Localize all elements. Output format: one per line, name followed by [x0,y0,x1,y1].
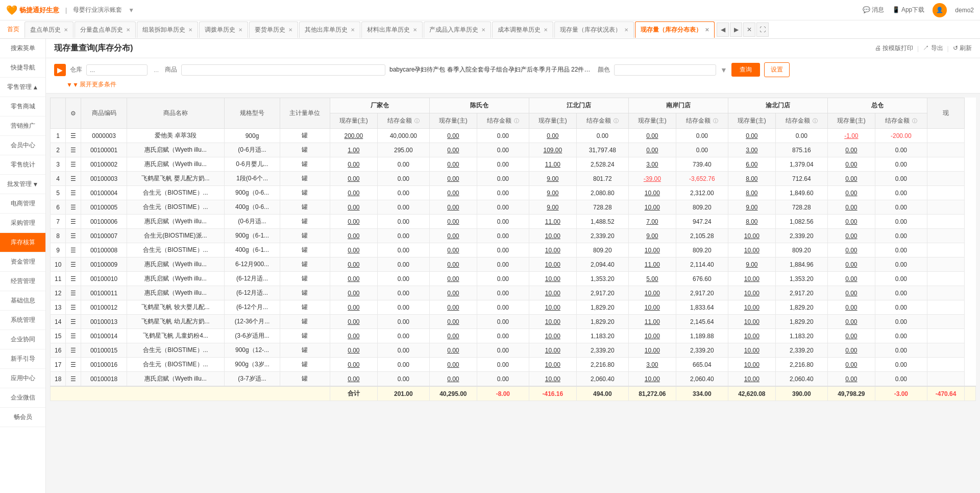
sidebar-item-guide[interactable]: 新手引导 [0,349,45,369]
tab-fullscreen-btn[interactable]: ⛶ [756,22,769,37]
page-actions: 🖨 按模版打印 | ↗ 导出 | ↺ 刷新 [875,44,972,53]
tab-chengpinru[interactable]: 产成品入库单历史 ✕ [424,21,491,38]
th-jiangbei: 江北门店 [529,98,628,113]
top-bar-right: 💬 消息 📱 App下载 👤 demo2 [863,3,974,17]
tab-zuche[interactable]: 组装拆卸单历史 ✕ [137,21,198,38]
tab-close-chengtiaoz[interactable]: ✕ [544,27,548,33]
row-gear[interactable]: ☰ [66,200,81,215]
row-gear[interactable]: ☰ [66,329,81,343]
table-row: 17☰00100016合生元（BIOSTIME）...900g（3岁...罐0.… [51,358,976,372]
th-goods-name: 商品名称 [127,98,224,129]
tab-close-diaopo[interactable]: ✕ [238,27,242,33]
tab-qita[interactable]: 其他出库单历史 ✕ [299,21,360,38]
sidebar-item-retail-stats[interactable]: 零售统计 [0,155,45,175]
tab-close-kucunfenbu[interactable]: ✕ [705,27,709,33]
color-dropdown-btn[interactable]: ▼ [720,66,727,74]
app-btn[interactable]: 📱 App下载 [892,6,924,14]
sidebar-item-collab[interactable]: 企业协同 [0,330,45,349]
sidebar-item-search[interactable]: 搜索英单 [0,39,45,58]
export-btn[interactable]: ↗ 导出 [923,44,943,53]
row-gear[interactable]: ☰ [66,315,81,329]
sidebar-item-purchase[interactable]: 采购管理 [0,214,45,233]
th-factory-current: 现存量(主) [330,113,377,129]
sidebar-item-member[interactable]: 会员中心 [0,136,45,155]
row-gear[interactable]: ☰ [66,229,81,243]
sidebar-item-member2[interactable]: 畅会员 [0,408,45,427]
warehouse-label: 仓库 [70,65,82,74]
tab-chengtiaoz[interactable]: 成本调整单历史 ✕ [492,21,553,38]
tab-close-yaohuo[interactable]: ✕ [288,27,292,33]
tab-close-cailiaochu[interactable]: ✕ [413,27,417,33]
tab-kucunfenbu[interactable]: 现存量（库存分布表） ✕ [635,21,715,38]
row-gear[interactable]: ☰ [66,257,81,272]
sidebar-item-inventory[interactable]: 库存核算 [0,233,45,252]
row-gear[interactable]: ☰ [66,172,81,186]
tab-next-btn[interactable]: ▶ [730,22,742,37]
tab-panding[interactable]: 盘点单历史 ✕ [24,21,74,38]
row-gear[interactable]: ☰ [66,286,81,300]
row-gear[interactable]: ☰ [66,358,81,372]
sidebar-item-wechat[interactable]: 企业微信 [0,388,45,408]
tab-cailiaochu[interactable]: 材料出库单历史 ✕ [361,21,423,38]
search-btn[interactable]: 查询 [731,63,760,77]
content-area: 现存量查询(库存分布) 🖨 按模版打印 | ↗ 导出 | ↺ 刷新 ▶ 仓库 .… [46,39,980,493]
goods-input[interactable] [181,64,385,76]
filter-collapse-btn[interactable]: ▶ [54,64,66,76]
row-gear[interactable]: ☰ [66,343,81,358]
table-row: 14☰00100013飞鹤星飞帆 幼儿配方奶...(12-36个月...罐0.0… [51,315,976,329]
th-total-current: 现存量(主) [827,113,875,129]
row-gear[interactable]: ☰ [66,372,81,387]
sidebar-item-finance[interactable]: 资金管理 [0,252,45,272]
th-spec: 规格型号 [225,98,280,129]
table-row: 11☰00100010惠氏启赋（Wyeth illu...(6-12月适...罐… [51,272,976,286]
sidebar-item-marketing[interactable]: 营销推广 [0,116,45,136]
tab-diaopo[interactable]: 调拨单历史 ✕ [199,21,248,38]
logo-area: 🧡 畅捷通好生意 [6,5,59,16]
row-gear[interactable]: ☰ [66,157,81,172]
tab-prev-btn[interactable]: ◀ [717,22,729,37]
row-gear[interactable]: ☰ [66,215,81,229]
tab-close-all-btn[interactable]: ✕ [743,22,755,37]
expand-conditions-btn[interactable]: ▼▼ 展开更多条件 [66,80,116,89]
sidebar-item-retail-mgmt[interactable]: 零售管理 ▲ [0,78,45,97]
th-extra: 现 [927,98,964,129]
tab-yaohuo[interactable]: 要货单历史 ✕ [249,21,298,38]
print-btn[interactable]: 🖨 按模版打印 [875,44,913,53]
sidebar-item-retail-mall[interactable]: 零售商城 [0,97,45,116]
row-gear[interactable]: ☰ [66,272,81,286]
th-unit: 主计量单位 [280,98,330,129]
tab-kucunzhuangkuang[interactable]: 现存量（库存状况表） ✕ [554,21,634,38]
sidebar-item-ecommerce[interactable]: 电商管理 [0,194,45,214]
th-gear: ⚙ [66,98,81,129]
tab-close-fenpanding[interactable]: ✕ [126,27,130,33]
table-row: 2☰00100001惠氏启赋（Wyeth illu...(0-6月适...罐1.… [51,143,976,157]
row-gear[interactable]: ☰ [66,143,81,157]
row-gear[interactable]: ☰ [66,129,81,143]
sidebar-item-ops[interactable]: 经营管理 [0,272,45,291]
row-gear[interactable]: ☰ [66,186,81,200]
sidebar-item-basic[interactable]: 基础信息 [0,291,45,311]
warehouse-input[interactable] [86,64,148,76]
refresh-btn[interactable]: ↺ 刷新 [953,44,972,53]
page-title: 现存量查询(库存分布) [54,43,133,54]
table-container[interactable]: ⚙ 商品编码 商品名称 规格型号 主计量单位 厂家仓 陈氏仓 江北门店 南岸门店… [46,93,980,493]
msg-btn[interactable]: 💬 消息 [863,6,884,14]
sidebar-item-system[interactable]: 系统管理 [0,311,45,330]
tab-close-chengpinru[interactable]: ✕ [481,27,485,33]
tab-close-kucunzhuangkuang[interactable]: ✕ [624,27,628,33]
th-chenshi: 陈氏仓 [429,98,529,113]
setting-btn[interactable]: 设置 [764,62,790,77]
top-bar-left: 🧡 畅捷通好生意 | 母婴行业演示账套 ▼ [6,5,134,16]
tab-fenpanding[interactable]: 分量盘点单历史 ✕ [75,21,136,38]
tab-close-qita[interactable]: ✕ [351,27,355,33]
sidebar-item-nav[interactable]: 快捷导航 [0,58,45,78]
tab-close-zuche[interactable]: ✕ [188,27,192,33]
tab-home[interactable]: 首页 [2,21,24,38]
table-row: 7☰00100006惠氏启赋（Wyeth illu...(0-6月适...罐0.… [51,215,976,229]
color-input[interactable] [614,64,716,76]
row-gear[interactable]: ☰ [66,243,81,257]
tab-close-panding[interactable]: ✕ [64,27,68,33]
row-gear[interactable]: ☰ [66,300,81,315]
sidebar-item-app-center[interactable]: 应用中心 [0,369,45,388]
sidebar-item-wholesale[interactable]: 批发管理 ▼ [0,175,45,194]
